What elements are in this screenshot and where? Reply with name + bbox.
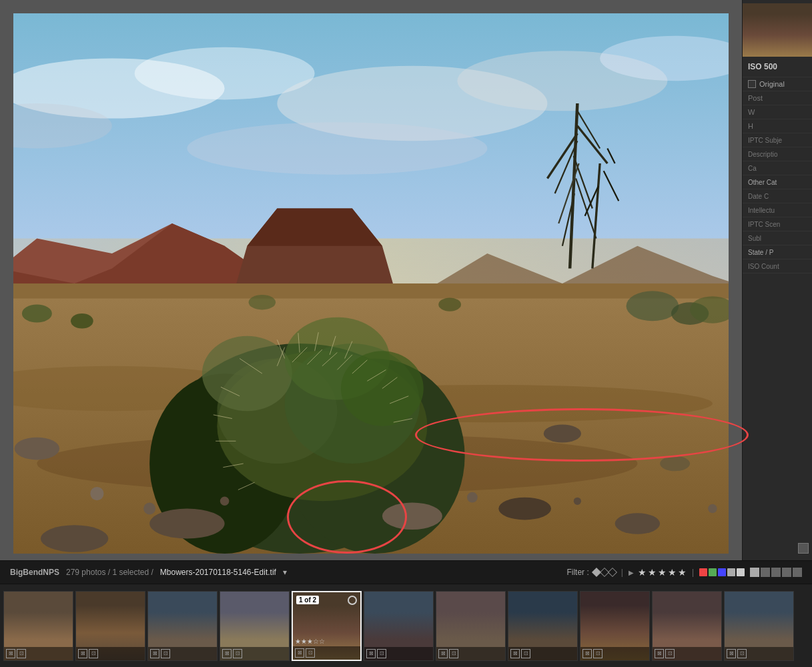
photo-count: 279 photos / 1 selected / xyxy=(66,568,153,577)
svg-point-74 xyxy=(382,503,442,530)
iso-country-label: ISO Count xyxy=(748,263,779,270)
app-container: ISO 500 Original Post W H IPTC Subje xyxy=(0,0,812,667)
filmstrip-thumb-10[interactable]: ⊠ ⊡ xyxy=(652,591,722,661)
h-label: H xyxy=(748,122,753,130)
star-1[interactable]: ★ xyxy=(638,567,647,578)
thumb-icon-14: ⊡ xyxy=(449,649,458,658)
filter-arrow[interactable]: ▶ xyxy=(629,569,634,576)
filmstrip-thumb-9[interactable]: ⊠ ⊡ xyxy=(580,591,650,661)
w-label: W xyxy=(748,108,755,116)
panel-other-cat: Other Cat xyxy=(743,175,812,189)
svg-point-82 xyxy=(90,487,103,500)
selected-badge: 1 of 2 xyxy=(296,596,319,604)
panel-original[interactable]: Original xyxy=(743,77,812,91)
date-created-label: Date C xyxy=(748,193,769,200)
thumb-icon-20: ⊡ xyxy=(665,649,675,658)
filter-section: Filter : | ▶ ★ ★ ★ ★ ★ xyxy=(566,567,745,578)
svg-point-80 xyxy=(467,492,478,503)
color-filter-blue[interactable] xyxy=(718,568,726,576)
svg-point-41 xyxy=(249,295,276,310)
photo-area xyxy=(0,0,742,560)
filmstrip-thumb-6[interactable]: ⊠ ⊡ xyxy=(364,591,434,661)
bottom-right-controls: Filter : | ▶ ★ ★ ★ ★ ★ xyxy=(566,567,802,578)
thumb-overlay-8: ⊠ ⊡ xyxy=(508,647,577,660)
panel-w: W xyxy=(743,105,812,119)
filmstrip-thumb-1[interactable]: ⊠ ⊡ xyxy=(3,591,73,661)
category-label: Ca xyxy=(748,165,757,172)
thumb-icon-22: ⊡ xyxy=(737,649,747,658)
star-4[interactable]: ★ xyxy=(668,567,677,578)
filmstrip-thumb-2[interactable]: ⊠ ⊡ xyxy=(75,591,145,661)
post-label: Post xyxy=(748,94,763,102)
filmstrip-thumb-11[interactable]: ⊠ ⊡ xyxy=(724,591,794,661)
panel-iptc-scene: IPTC Scen xyxy=(743,217,812,231)
color-filter-grey2[interactable] xyxy=(737,568,745,576)
filter-separator: | xyxy=(621,568,623,577)
view-people[interactable] xyxy=(793,568,802,577)
sublocation-label: Subl xyxy=(748,235,761,242)
panel-h: H xyxy=(743,119,812,133)
svg-point-73 xyxy=(149,509,225,539)
star-3[interactable]: ★ xyxy=(658,567,667,578)
thumb-icon-3: ⊠ xyxy=(78,649,87,658)
thumb-overlay-4: ⊠ ⊡ xyxy=(220,647,289,660)
thumb-icon-16: ⊡ xyxy=(521,649,530,658)
top-area: ISO 500 Original Post W H IPTC Subje xyxy=(0,0,812,560)
filmstrip-thumb-7[interactable]: ⊠ ⊡ xyxy=(436,591,506,661)
thumb-icon-12: ⊡ xyxy=(377,649,386,658)
thumb-icon-13: ⊠ xyxy=(438,649,448,658)
filmstrip-thumb-5-selected[interactable]: 1 of 2 ⊠ ⊡ ★★★☆☆ xyxy=(292,591,362,661)
thumb-overlay-9: ⊠ ⊡ xyxy=(580,647,649,660)
panel-iso-country: ISO Count xyxy=(743,259,812,273)
panel-category: Ca xyxy=(743,161,812,175)
state-label: State / P xyxy=(748,249,773,256)
color-filter-grey1[interactable] xyxy=(727,568,735,576)
panel-state: State / P xyxy=(743,245,812,259)
thumb-overlay-6: ⊠ ⊡ xyxy=(364,647,433,660)
thumb-circle-icon xyxy=(348,596,357,605)
thumb-icon-10: ⊡ xyxy=(306,648,315,658)
svg-point-8 xyxy=(187,122,487,175)
view-grid[interactable] xyxy=(750,568,759,577)
svg-point-81 xyxy=(574,498,581,505)
color-filter-red[interactable] xyxy=(699,568,707,576)
original-label: Original xyxy=(759,80,785,88)
view-survey[interactable] xyxy=(782,568,791,577)
thumb-icon-8: ⊡ xyxy=(233,649,242,658)
main-photo xyxy=(13,13,729,554)
other-cat-label: Other Cat xyxy=(748,179,777,186)
thumb-icon-15: ⊠ xyxy=(510,649,520,658)
panel-sublocation: Subl xyxy=(743,231,812,245)
filename-dropdown[interactable]: ▾ xyxy=(283,568,287,577)
right-panel: ISO 500 Original Post W H IPTC Subje xyxy=(742,0,812,560)
panel-description: Descriptio xyxy=(743,147,812,161)
filter-separator2: | xyxy=(692,568,694,577)
view-loupe[interactable] xyxy=(761,568,770,577)
filmstrip-thumb-3[interactable]: ⊠ ⊡ xyxy=(147,591,218,661)
star-5[interactable]: ★ xyxy=(678,567,687,578)
panel-nav-button[interactable] xyxy=(798,543,809,554)
thumb-icon-4: ⊡ xyxy=(89,649,98,658)
thumb-overlay-11: ⊠ ⊡ xyxy=(725,647,793,660)
svg-point-79 xyxy=(220,497,230,506)
panel-post: Post xyxy=(743,91,812,105)
iptc-scene-label: IPTC Scen xyxy=(748,221,780,228)
filmstrip-thumb-4[interactable]: ⊠ ⊡ xyxy=(220,591,290,661)
view-compare[interactable] xyxy=(771,568,781,577)
thumb-icon-1: ⊠ xyxy=(6,649,15,658)
collection-name: BigBendNPS xyxy=(10,568,59,577)
color-filter-green[interactable] xyxy=(709,568,717,576)
panel-iso: ISO 500 xyxy=(743,57,812,77)
filter-diamond-outline2[interactable] xyxy=(608,568,617,577)
thumb-overlay-10: ⊠ ⊡ xyxy=(653,647,721,660)
svg-point-77 xyxy=(615,513,661,534)
thumb-icon-6: ⊡ xyxy=(161,649,170,658)
star-2[interactable]: ★ xyxy=(648,567,657,578)
svg-point-78 xyxy=(143,503,155,515)
svg-point-75 xyxy=(41,525,108,552)
filter-stars[interactable]: ★ ★ ★ ★ ★ xyxy=(638,567,687,578)
original-checkbox[interactable] xyxy=(748,80,756,88)
thumb-icon-11: ⊠ xyxy=(366,649,376,658)
thumb-icon-7: ⊠ xyxy=(222,649,232,658)
filmstrip-thumb-8[interactable]: ⊠ ⊡ xyxy=(508,591,578,661)
